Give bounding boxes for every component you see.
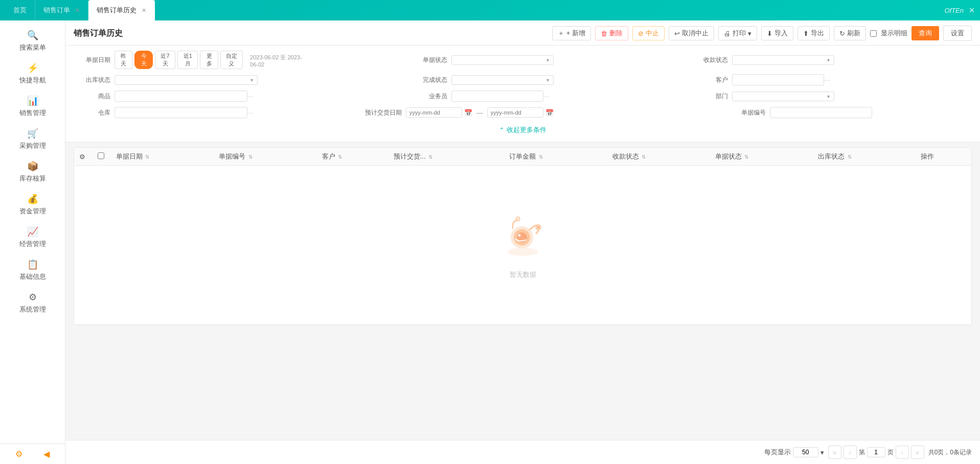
date-btn-more[interactable]: 更多 bbox=[200, 51, 218, 69]
complete-status-select[interactable]: ▾ bbox=[451, 75, 554, 85]
sidebar-item-inventory[interactable]: 📦 库存核算 bbox=[0, 156, 65, 188]
svg-point-0 bbox=[508, 248, 538, 256]
expected-date-end-icon[interactable]: 📅 bbox=[545, 109, 554, 117]
th-payment-status[interactable]: 收款状态 ⇅ bbox=[607, 148, 710, 166]
tab-sales-order-close[interactable]: ✕ bbox=[75, 7, 80, 14]
print-button[interactable]: 🖨 打印 ▾ bbox=[718, 26, 757, 40]
sidebar-item-system[interactable]: ⚙ 系统管理 bbox=[0, 286, 65, 319]
department-col: 部门 ▾ bbox=[691, 92, 972, 101]
th-customer-sort-icon: ⇅ bbox=[338, 154, 342, 160]
sidebar-item-sales[interactable]: 📊 销售管理 bbox=[0, 90, 65, 123]
page-number-input[interactable] bbox=[867, 447, 885, 457]
bill-no-col: 单据编号 bbox=[729, 107, 972, 118]
tab-sales-order-history-close[interactable]: ✕ bbox=[142, 7, 146, 14]
payment-status-col: 收款状态 ▾ bbox=[691, 55, 972, 65]
product-input[interactable] bbox=[115, 91, 247, 102]
sidebar-item-basic-info[interactable]: 📋 基础信息 bbox=[0, 254, 65, 286]
page-size-input[interactable] bbox=[793, 447, 818, 457]
expected-date-start-icon[interactable]: 📅 bbox=[464, 109, 472, 117]
th-order-amount-sort-icon: ⇅ bbox=[539, 154, 543, 160]
th-checkbox[interactable] bbox=[93, 148, 111, 166]
th-expected-date[interactable]: 预计交货... ⇅ bbox=[389, 148, 505, 166]
th-order-amount[interactable]: 订单金额 ⇅ bbox=[504, 148, 607, 166]
empty-state: 暂无数据 bbox=[79, 170, 966, 320]
salesperson-input[interactable] bbox=[451, 91, 543, 102]
export-button[interactable]: ⬆ 导出 bbox=[797, 26, 830, 40]
print-btn-label: 打印 bbox=[733, 29, 746, 38]
sidebar-settings-icon[interactable]: ⚙ bbox=[15, 449, 22, 459]
th-actions-label: 操作 bbox=[921, 152, 934, 160]
tab-sales-order[interactable]: 销售订单 ✕ bbox=[35, 0, 88, 20]
sidebar-item-search[interactable]: 🔍 搜索菜单 bbox=[0, 25, 65, 57]
warehouse-dots[interactable]: ··· bbox=[247, 108, 254, 117]
setting-btn-label: 设置 bbox=[951, 29, 964, 37]
setting-button[interactable]: 设置 bbox=[943, 26, 972, 41]
sidebar-item-purchase[interactable]: 🛒 采购管理 bbox=[0, 123, 65, 156]
sidebar-item-inventory-label: 库存核算 bbox=[19, 174, 46, 183]
sidebar-item-finance[interactable]: 💰 资金管理 bbox=[0, 188, 65, 221]
department-select[interactable]: ▾ bbox=[732, 92, 834, 101]
salesperson-dots[interactable]: ··· bbox=[543, 92, 550, 100]
th-bill-status-sort-icon: ⇅ bbox=[744, 154, 748, 160]
new-btn-label: + 新增 bbox=[566, 29, 585, 38]
refresh-button[interactable]: ↻ 刷新 bbox=[834, 26, 866, 40]
th-customer[interactable]: 客户 ⇅ bbox=[317, 148, 389, 166]
tab-home[interactable]: 首页 bbox=[5, 0, 35, 20]
cancel-stop-icon: ↩ bbox=[674, 30, 680, 37]
payment-status-select[interactable]: ▾ bbox=[732, 55, 834, 65]
th-date[interactable]: 单据日期 ⇅ bbox=[111, 148, 214, 166]
th-outbound-status-sort-icon: ⇅ bbox=[848, 154, 852, 160]
display-toggle-label: 显示明细 bbox=[881, 29, 907, 38]
last-page-btn[interactable]: » bbox=[911, 446, 924, 459]
customer-input[interactable] bbox=[732, 74, 824, 85]
warehouse-input[interactable] bbox=[115, 107, 247, 118]
tab-sales-order-history[interactable]: 销售订单历史 ✕ bbox=[88, 0, 155, 20]
next-page-btn[interactable]: › bbox=[896, 446, 909, 459]
query-button[interactable]: 查询 bbox=[911, 26, 939, 40]
th-bill-status[interactable]: 单据状态 ⇅ bbox=[710, 148, 813, 166]
display-toggle-checkbox[interactable] bbox=[870, 30, 877, 37]
select-all-checkbox[interactable] bbox=[98, 152, 104, 159]
th-settings[interactable]: ⚙ bbox=[74, 148, 93, 166]
th-expected-date-sort-icon: ⇅ bbox=[428, 154, 432, 160]
payment-status-arrow: ▾ bbox=[827, 57, 830, 63]
cancel-stop-btn-label: 取消中止 bbox=[682, 29, 709, 38]
stop-button[interactable]: ⊘ 中止 bbox=[632, 26, 665, 40]
date-range-display: 2023-06-02 至 2023-06-02 bbox=[250, 53, 309, 68]
bill-status-select[interactable]: ▾ bbox=[451, 55, 554, 65]
collapse-btn[interactable]: ⌃ 收起更多条件 bbox=[74, 123, 972, 137]
expected-date-start[interactable] bbox=[406, 107, 462, 118]
first-page-btn[interactable]: « bbox=[828, 446, 841, 459]
topbar-close-icon[interactable]: ✕ bbox=[969, 6, 975, 14]
date-btn-yesterday[interactable]: 昨天 bbox=[115, 51, 132, 69]
product-label: 商品 bbox=[74, 92, 115, 101]
delete-button[interactable]: 🗑 删除 bbox=[595, 26, 628, 40]
bill-no-input[interactable] bbox=[770, 107, 872, 118]
expected-date-end[interactable] bbox=[487, 107, 543, 118]
outbound-status-select[interactable]: ▾ bbox=[115, 75, 258, 85]
display-toggle[interactable]: 显示明细 bbox=[870, 29, 907, 38]
page-size-arrow[interactable]: ▾ bbox=[821, 449, 824, 456]
refresh-icon: ↻ bbox=[839, 30, 845, 37]
data-table: ⚙ 单据日期 ⇅ 单据编号 ⇅ bbox=[74, 148, 971, 325]
prev-page-btn[interactable]: ‹ bbox=[844, 446, 857, 459]
import-button[interactable]: ⬇ 导入 bbox=[761, 26, 793, 40]
export-btn-label: 导出 bbox=[811, 29, 824, 38]
new-button[interactable]: ＋ + 新增 bbox=[552, 26, 591, 40]
th-customer-label: 客户 bbox=[322, 152, 335, 160]
sidebar-collapse-icon[interactable]: ◀ bbox=[43, 449, 50, 459]
date-btn-1month[interactable]: 近1月 bbox=[177, 51, 198, 69]
th-outbound-status[interactable]: 出库状态 ⇅ bbox=[813, 148, 916, 166]
first-page-icon: « bbox=[833, 449, 836, 456]
import-icon: ⬇ bbox=[767, 30, 772, 37]
sidebar-item-quick-nav[interactable]: ⚡ 快捷导航 bbox=[0, 57, 65, 90]
date-btn-7days[interactable]: 近7天 bbox=[155, 51, 175, 69]
cancel-stop-button[interactable]: ↩ 取消中止 bbox=[669, 26, 714, 40]
bill-status-col: 单据状态 ▾ bbox=[411, 55, 691, 65]
customer-dots[interactable]: ··· bbox=[824, 76, 830, 84]
sidebar-item-operations[interactable]: 📈 经营管理 bbox=[0, 221, 65, 254]
date-btn-custom[interactable]: 自定义 bbox=[220, 51, 243, 69]
th-bill-no[interactable]: 单据编号 ⇅ bbox=[214, 148, 316, 166]
product-dots[interactable]: ··· bbox=[247, 92, 254, 100]
date-btn-today[interactable]: 今天 bbox=[134, 51, 152, 69]
